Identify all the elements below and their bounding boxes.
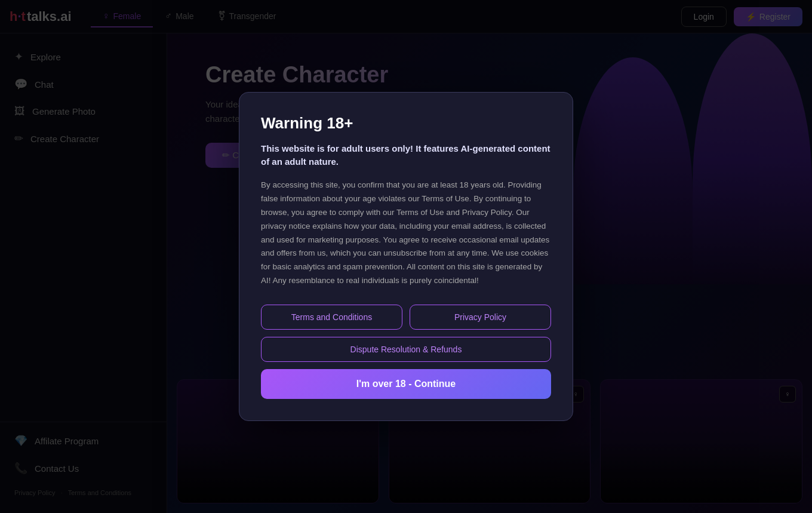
modal-subtitle: This website is for adult users only! It… xyxy=(261,142,551,169)
modal-body: By accessing this site, you confirm that… xyxy=(261,179,551,288)
dispute-button[interactable]: Dispute Resolution & Refunds xyxy=(261,337,551,362)
privacy-button[interactable]: Privacy Policy xyxy=(410,305,551,330)
modal-link-row: Terms and Conditions Privacy Policy xyxy=(261,305,551,330)
age-warning-modal: Warning 18+ This website is for adult us… xyxy=(239,92,573,422)
terms-button[interactable]: Terms and Conditions xyxy=(261,305,402,330)
modal-overlay[interactable]: Warning 18+ This website is for adult us… xyxy=(0,0,812,513)
modal-title: Warning 18+ xyxy=(261,114,551,133)
age-confirm-button[interactable]: I'm over 18 - Continue xyxy=(261,369,551,399)
